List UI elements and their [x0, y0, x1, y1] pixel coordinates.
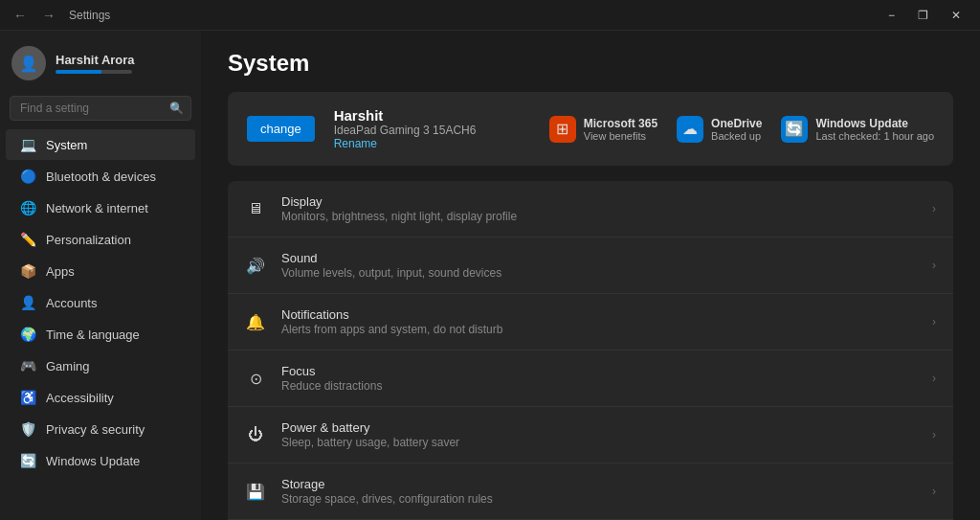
- card-link-icon-ms365: ⊞: [549, 116, 576, 143]
- sidebar-label-accounts: Accounts: [46, 296, 97, 310]
- change-button[interactable]: change: [247, 116, 315, 142]
- settings-text-power: Power & battery Sleep, battery usage, ba…: [281, 420, 917, 449]
- settings-title-display: Display: [281, 194, 917, 209]
- settings-title-storage: Storage: [281, 477, 917, 491]
- card-link-text-ms365: Microsoft 365 View benefits: [584, 117, 657, 142]
- sidebar-icon-privacy: 🛡️: [19, 420, 36, 438]
- sidebar-label-bluetooth: Bluetooth & devices: [46, 170, 156, 184]
- sidebar-label-accessibility: Accessibility: [46, 391, 114, 405]
- sidebar-label-time: Time & language: [46, 328, 140, 342]
- forward-button[interactable]: →: [36, 6, 61, 25]
- sidebar-item-privacy[interactable]: 🛡️ Privacy & security: [6, 414, 195, 444]
- settings-icon-sound: 🔊: [245, 255, 266, 276]
- search-icon: 🔍: [169, 102, 184, 115]
- main-content: System change Harshit IdeaPad Gaming 3 1…: [201, 31, 980, 520]
- sidebar-item-gaming[interactable]: 🎮 Gaming: [6, 350, 195, 381]
- settings-desc-notifications: Alerts from apps and system, do not dist…: [281, 323, 917, 336]
- app-layout: 👤 Harshit Arora 🔍 💻 System 🔵 Bluetooth &…: [0, 31, 980, 520]
- settings-text-sound: Sound Volume levels, output, input, soun…: [281, 251, 917, 280]
- sidebar-item-time[interactable]: 🌍 Time & language: [6, 319, 195, 350]
- sidebar-label-apps: Apps: [46, 264, 75, 279]
- sidebar-icon-personalization: ✏️: [19, 231, 36, 248]
- avatar: 👤: [11, 46, 46, 80]
- sidebar-label-network: Network & internet: [46, 201, 148, 215]
- sidebar-profile: 👤 Harshit Arora: [0, 38, 201, 92]
- sidebar-icon-system: 💻: [19, 136, 36, 153]
- settings-desc-focus: Reduce distractions: [281, 379, 917, 393]
- sidebar-label-system: System: [46, 138, 87, 152]
- sidebar-icon-accounts: 👤: [19, 294, 36, 311]
- sidebar-label-gaming: Gaming: [46, 359, 90, 373]
- sidebar-icon-apps: 📦: [19, 262, 36, 280]
- card-link-ms365[interactable]: ⊞ Microsoft 365 View benefits: [549, 116, 657, 143]
- chevron-icon-power: ›: [932, 428, 936, 441]
- card-link-sub-winupdate: Last checked: 1 hour ago: [815, 130, 934, 142]
- card-link-winupdate[interactable]: 🔄 Windows Update Last checked: 1 hour ag…: [781, 116, 934, 143]
- settings-list: 🖥 Display Monitors, brightness, night li…: [228, 181, 953, 520]
- profile-card: change Harshit IdeaPad Gaming 3 15ACH6 R…: [228, 92, 953, 166]
- search-input[interactable]: [10, 96, 191, 121]
- profile-info-sidebar: Harshit Arora: [56, 53, 135, 74]
- settings-icon-display: 🖥: [245, 198, 266, 219]
- settings-icon-focus: ⊙: [245, 368, 266, 389]
- sidebar-items-container: 💻 System 🔵 Bluetooth & devices 🌐 Network…: [0, 128, 201, 477]
- settings-item-display[interactable]: 🖥 Display Monitors, brightness, night li…: [228, 181, 953, 237]
- chevron-icon-focus: ›: [932, 372, 936, 385]
- sidebar-label-update: Windows Update: [46, 454, 140, 468]
- maximize-button[interactable]: ❐: [906, 0, 940, 31]
- settings-item-power[interactable]: ⏻ Power & battery Sleep, battery usage, …: [228, 407, 953, 463]
- chevron-icon-sound: ›: [932, 259, 936, 272]
- sidebar-icon-time: 🌍: [19, 326, 36, 343]
- sidebar-item-personalization[interactable]: ✏️ Personalization: [6, 224, 195, 255]
- page-title: System: [228, 50, 953, 77]
- card-link-icon-onedrive: ☁: [677, 116, 703, 143]
- settings-item-storage[interactable]: 💾 Storage Storage space, drives, configu…: [228, 463, 953, 520]
- sidebar-icon-bluetooth: 🔵: [19, 168, 36, 185]
- profile-name-sidebar: Harshit Arora: [56, 53, 135, 67]
- titlebar: ← → Settings − ❐ ✕: [0, 0, 980, 31]
- sidebar-icon-gaming: 🎮: [19, 357, 36, 374]
- chevron-icon-notifications: ›: [932, 315, 936, 328]
- sidebar-item-apps[interactable]: 📦 Apps: [6, 256, 195, 286]
- sidebar-item-update[interactable]: 🔄 Windows Update: [6, 445, 195, 476]
- settings-title-notifications: Notifications: [281, 307, 917, 322]
- settings-icon-notifications: 🔔: [245, 311, 266, 332]
- sidebar-item-accounts[interactable]: 👤 Accounts: [6, 287, 195, 318]
- sidebar: 👤 Harshit Arora 🔍 💻 System 🔵 Bluetooth &…: [0, 31, 201, 520]
- card-link-text-winupdate: Windows Update Last checked: 1 hour ago: [815, 117, 934, 142]
- titlebar-nav: ← →: [8, 6, 61, 25]
- minimize-button[interactable]: −: [877, 0, 906, 31]
- settings-desc-power: Sleep, battery usage, battery saver: [281, 436, 917, 449]
- close-button[interactable]: ✕: [940, 0, 972, 31]
- card-link-name-winupdate: Windows Update: [815, 117, 934, 130]
- sidebar-item-bluetooth[interactable]: 🔵 Bluetooth & devices: [6, 161, 195, 192]
- card-link-text-onedrive: OneDrive Backed up: [711, 117, 762, 142]
- card-link-sub-ms365: View benefits: [584, 130, 657, 142]
- back-button[interactable]: ←: [8, 6, 33, 25]
- rename-link[interactable]: Rename: [334, 137, 477, 150]
- avatar-icon: 👤: [19, 55, 38, 73]
- settings-item-sound[interactable]: 🔊 Sound Volume levels, output, input, so…: [228, 237, 953, 294]
- settings-item-notifications[interactable]: 🔔 Notifications Alerts from apps and sys…: [228, 294, 953, 350]
- search-box: 🔍: [10, 96, 191, 121]
- card-link-name-onedrive: OneDrive: [711, 117, 762, 130]
- titlebar-title: Settings: [69, 9, 110, 22]
- sidebar-icon-network: 🌐: [19, 199, 36, 216]
- card-link-onedrive[interactable]: ☁ OneDrive Backed up: [677, 116, 762, 143]
- sidebar-item-system[interactable]: 💻 System: [6, 129, 195, 160]
- settings-item-focus[interactable]: ⊙ Focus Reduce distractions ›: [228, 350, 953, 407]
- settings-desc-storage: Storage space, drives, configuration rul…: [281, 492, 917, 506]
- titlebar-left: ← → Settings: [8, 6, 110, 25]
- card-link-sub-onedrive: Backed up: [711, 130, 762, 142]
- sidebar-label-privacy: Privacy & security: [46, 422, 145, 437]
- settings-text-notifications: Notifications Alerts from apps and syste…: [281, 307, 917, 336]
- chevron-icon-storage: ›: [932, 485, 936, 498]
- titlebar-controls: − ❐ ✕: [877, 0, 972, 31]
- card-link-icon-winupdate: 🔄: [781, 116, 808, 143]
- sidebar-item-network[interactable]: 🌐 Network & internet: [6, 192, 195, 223]
- chevron-icon-display: ›: [932, 202, 936, 215]
- settings-text-display: Display Monitors, brightness, night ligh…: [281, 194, 917, 223]
- settings-text-focus: Focus Reduce distractions: [281, 364, 917, 393]
- profile-card-device: IdeaPad Gaming 3 15ACH6: [334, 124, 477, 137]
- sidebar-item-accessibility[interactable]: ♿ Accessibility: [6, 382, 195, 413]
